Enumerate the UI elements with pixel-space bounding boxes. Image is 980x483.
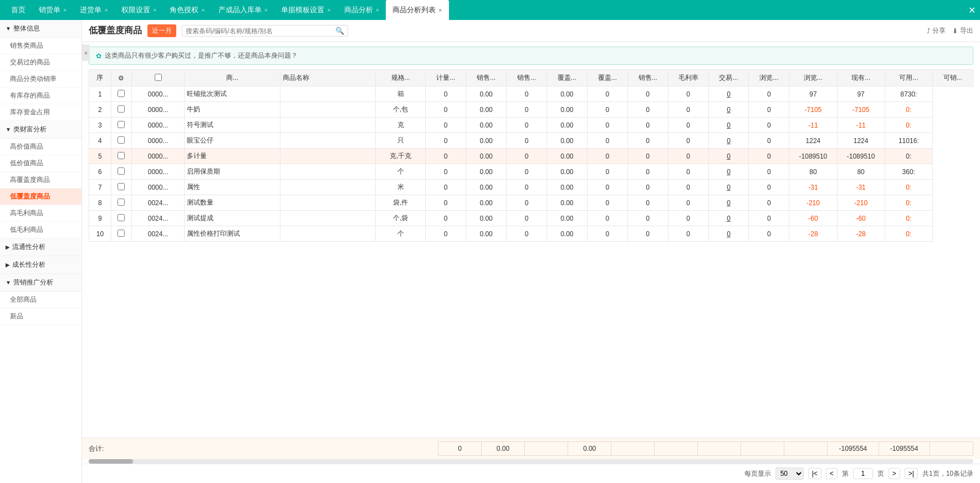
sidebar-item-category-rate[interactable]: 商品分类动销率 bbox=[0, 71, 81, 88]
cell-salable: 0: bbox=[885, 180, 932, 195]
sidebar-section-wealth[interactable]: ▼ 类财富分析 bbox=[0, 121, 81, 139]
row-checkbox[interactable] bbox=[118, 105, 125, 113]
content-area: 低覆盖度商品 近一月 🔍 ⤴ 分享 ⬇ 导出 ✿ 这类商品只有很少客户购买过，是… bbox=[82, 20, 980, 483]
sidebar-item-low-margin[interactable]: 低毛利商品 bbox=[0, 222, 81, 238]
page-input[interactable] bbox=[853, 468, 873, 479]
sidebar-item-high-margin[interactable]: 高毛利商品 bbox=[0, 205, 81, 222]
cell-name: 眼宝公仔 bbox=[185, 133, 280, 149]
cell-browse2: 0 bbox=[749, 195, 789, 211]
row-checkbox[interactable] bbox=[118, 183, 125, 190]
per-page-select[interactable]: 50 20 100 bbox=[775, 467, 804, 480]
time-filter-button[interactable]: 近一月 bbox=[147, 24, 176, 37]
cell-spec bbox=[280, 180, 375, 195]
row-checkbox[interactable] bbox=[118, 230, 125, 237]
prev-page-button[interactable]: < bbox=[826, 468, 838, 479]
close-icon[interactable]: × bbox=[438, 7, 442, 13]
total-cover2: 0.00 bbox=[568, 442, 611, 456]
col-header-settings[interactable]: ⚙ bbox=[111, 70, 131, 87]
close-icon[interactable]: × bbox=[376, 7, 379, 13]
sidebar-section-liquidity[interactable]: ▶ 流通性分析 bbox=[0, 238, 81, 256]
sidebar-item-low-value[interactable]: 低价值商品 bbox=[0, 155, 81, 172]
cell-salable: 0: bbox=[885, 102, 932, 118]
close-icon[interactable]: × bbox=[153, 7, 156, 13]
scrollbar-thumb[interactable] bbox=[89, 459, 133, 464]
search-box: 🔍 bbox=[182, 25, 348, 37]
sidebar-items-marketing: 全部商品 新品 bbox=[0, 292, 81, 325]
sidebar-section-growth[interactable]: ▶ 成长性分析 bbox=[0, 256, 81, 274]
close-icon[interactable]: × bbox=[327, 7, 330, 13]
col-header-name: 商品名称 bbox=[280, 70, 375, 87]
sidebar-item-stocked-goods[interactable]: 有库存的商品 bbox=[0, 88, 81, 104]
search-input[interactable] bbox=[186, 27, 335, 35]
nav-tab-home[interactable]: 首页 bbox=[4, 0, 32, 20]
cell-browse1[interactable]: 0 bbox=[708, 118, 749, 133]
row-checkbox[interactable] bbox=[118, 136, 125, 144]
page-label: 第 bbox=[842, 469, 849, 479]
cell-num: 1 bbox=[89, 87, 111, 102]
nav-tab-goods-analysis-list[interactable]: 商品分析列表 × bbox=[386, 0, 448, 20]
cell-current: 1224 bbox=[789, 133, 837, 149]
nav-tab-sales[interactable]: 销货单 × bbox=[32, 0, 73, 20]
total-sales3 bbox=[611, 442, 655, 456]
cell-current: -31 bbox=[789, 180, 837, 195]
cell-browse1[interactable]: 0 bbox=[708, 164, 749, 180]
cell-browse1[interactable]: 0 bbox=[708, 195, 749, 211]
scrollbar-track[interactable] bbox=[89, 459, 973, 464]
cell-browse1[interactable]: 0 bbox=[708, 180, 749, 195]
nav-tab-product-inbound[interactable]: 产成品入库单 × bbox=[212, 0, 274, 20]
nav-tab-permissions[interactable]: 权限设置 × bbox=[115, 0, 163, 20]
row-checkbox[interactable] bbox=[118, 167, 125, 175]
last-page-button[interactable]: >| bbox=[905, 468, 918, 479]
cell-sales3: 0 bbox=[587, 180, 627, 195]
select-all-checkbox[interactable] bbox=[155, 74, 162, 81]
sidebar-section-overall[interactable]: ▼ 整体信息 bbox=[0, 20, 81, 38]
sidebar-item-all-goods[interactable]: 全部商品 bbox=[0, 292, 81, 308]
window-close-button[interactable]: ✕ bbox=[968, 5, 976, 16]
row-checkbox[interactable] bbox=[118, 90, 125, 97]
cell-browse1[interactable]: 0 bbox=[708, 133, 749, 149]
export-button[interactable]: ⬇ 导出 bbox=[952, 26, 973, 35]
sidebar-item-sales-goods[interactable]: 销售类商品 bbox=[0, 38, 81, 54]
cell-browse1[interactable]: 0 bbox=[708, 87, 749, 102]
col-header-avail: 可用... bbox=[885, 70, 932, 87]
nav-tab-template[interactable]: 单据模板设置 × bbox=[274, 0, 337, 20]
col-header-unit: 计量... bbox=[426, 70, 466, 87]
nav-tab-goods-analysis[interactable]: 商品分析 × bbox=[338, 0, 386, 20]
sidebar-collapse-button[interactable]: « bbox=[82, 44, 90, 61]
sidebar-item-high-coverage[interactable]: 高覆盖度商品 bbox=[0, 172, 81, 189]
next-page-button[interactable]: > bbox=[889, 468, 900, 479]
cell-browse1[interactable]: 0 bbox=[708, 211, 749, 226]
cell-spec bbox=[280, 102, 375, 118]
table-row: 3 0000... 符号测试 克 0 0.00 0 0.00 0 0 0 0 0… bbox=[89, 118, 973, 133]
close-icon[interactable]: × bbox=[264, 7, 268, 13]
cell-sales-count: 0 bbox=[426, 180, 466, 195]
close-icon[interactable]: × bbox=[201, 7, 205, 13]
row-checkbox[interactable] bbox=[118, 214, 125, 221]
cell-browse1[interactable]: 0 bbox=[708, 102, 749, 118]
cell-trade: 0 bbox=[668, 102, 708, 118]
close-icon[interactable]: × bbox=[63, 7, 67, 13]
sidebar-item-new-goods[interactable]: 新品 bbox=[0, 308, 81, 325]
share-button[interactable]: ⤴ 分享 bbox=[927, 26, 946, 35]
sidebar-item-traded-goods[interactable]: 交易过的商品 bbox=[0, 54, 81, 71]
cell-gross: 0 bbox=[627, 195, 668, 211]
cell-gross: 0 bbox=[627, 118, 668, 133]
settings-icon[interactable]: ⚙ bbox=[118, 74, 124, 82]
sidebar-items-overall: 销售类商品 交易过的商品 商品分类动销率 有库存的商品 库存资金占用 bbox=[0, 38, 81, 121]
nav-tab-purchase[interactable]: 进货单 × bbox=[73, 0, 114, 20]
row-checkbox[interactable] bbox=[118, 121, 125, 128]
sidebar-item-inventory-capital[interactable]: 库存资金占用 bbox=[0, 104, 81, 121]
cell-browse1[interactable]: 0 bbox=[708, 149, 749, 164]
first-page-button[interactable]: |< bbox=[808, 468, 821, 479]
nav-tab-roles[interactable]: 角色授权 × bbox=[163, 0, 211, 20]
sidebar-item-high-value[interactable]: 高价值商品 bbox=[0, 139, 81, 155]
sidebar-item-low-coverage[interactable]: 低覆盖度商品 bbox=[0, 189, 81, 205]
row-checkbox[interactable] bbox=[118, 199, 125, 206]
cell-trade: 0 bbox=[668, 226, 708, 242]
row-checkbox[interactable] bbox=[118, 152, 125, 159]
cell-num: 5 bbox=[89, 149, 111, 164]
close-icon[interactable]: × bbox=[104, 7, 108, 13]
cell-browse1[interactable]: 0 bbox=[708, 226, 749, 242]
total-trade bbox=[698, 442, 741, 456]
sidebar-section-marketing[interactable]: ▼ 营销推广分析 bbox=[0, 274, 81, 292]
